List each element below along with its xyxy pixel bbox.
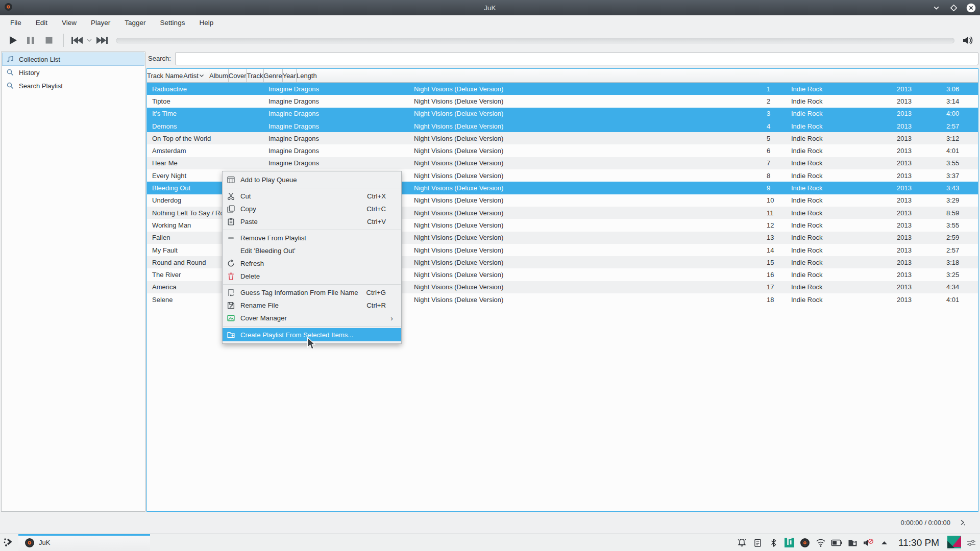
sidebar-item[interactable]: Collection List xyxy=(2,53,144,66)
length-cell: 4:34 xyxy=(942,283,978,291)
sidebar-item-label: Search Playlist xyxy=(19,82,63,90)
minimize-button[interactable] xyxy=(931,3,941,13)
context-menu-item[interactable]: Refresh › xyxy=(223,257,401,270)
sidebar-item[interactable]: Search Playlist xyxy=(2,79,144,92)
context-menu-item[interactable]: Guess Tag Information From File Name › C… xyxy=(223,286,401,299)
context-menu-item[interactable]: Edit 'Bleeding Out' › xyxy=(223,244,401,257)
menu-item-icon xyxy=(227,217,235,226)
context-menu-item[interactable]: Remove From Playlist › xyxy=(223,232,401,244)
column-header[interactable]: Album xyxy=(209,69,229,82)
track-number-cell: 9 xyxy=(763,184,787,192)
playlist-icon xyxy=(6,68,14,77)
album-cell: Night Visions (Deluxe Version) xyxy=(409,296,740,304)
track-row[interactable]: Hear Me Imagine Dragons Night Visions (D… xyxy=(147,157,978,169)
playlist-sidebar: Collection List History Search Playlist xyxy=(1,52,145,512)
sidebar-item[interactable]: History xyxy=(2,66,144,79)
year-cell: 2013 xyxy=(893,246,942,254)
taskbar-task-juk[interactable]: JuK xyxy=(18,534,150,551)
menubar-item[interactable]: Settings xyxy=(153,15,192,30)
stop-button[interactable] xyxy=(40,32,58,49)
track-row[interactable]: Amsterdam Imagine Dragons Night Visions … xyxy=(147,144,978,157)
column-header[interactable]: Track xyxy=(247,69,263,82)
notifications-bell-icon[interactable] xyxy=(736,537,747,549)
manjaro-icon[interactable] xyxy=(783,537,795,549)
menu-item-icon xyxy=(227,192,235,201)
column-header[interactable]: Year xyxy=(283,69,297,82)
context-menu-item[interactable]: Cover Manager › xyxy=(223,312,401,324)
column-header[interactable]: Length xyxy=(297,69,317,82)
menu-item-icon xyxy=(227,288,235,297)
track-number-cell: 10 xyxy=(763,196,787,204)
menubar-item[interactable]: View xyxy=(55,15,84,30)
context-menu-item[interactable]: Add to Play Queue › xyxy=(223,173,401,186)
search-input[interactable] xyxy=(175,52,978,65)
vault-icon[interactable] xyxy=(847,537,858,549)
toolbar xyxy=(0,30,980,51)
statusbar-expand-chevron-icon[interactable] xyxy=(959,519,966,526)
menubar-item[interactable]: Help xyxy=(192,15,220,30)
year-cell: 2013 xyxy=(893,159,942,167)
close-button[interactable] xyxy=(966,3,976,13)
menubar-item[interactable]: File xyxy=(3,15,29,30)
maximize-button[interactable] xyxy=(948,3,959,13)
volume-muted-icon[interactable] xyxy=(863,537,874,549)
context-menu-item[interactable]: › xyxy=(223,326,401,327)
context-menu-item[interactable]: Rename File › Ctrl+R xyxy=(223,299,401,312)
mouse-cursor xyxy=(305,337,316,350)
menu-item-shortcut: Ctrl+R xyxy=(366,302,386,309)
clock[interactable]: 11:30 PM xyxy=(898,537,939,548)
track-row[interactable]: Radioactive Imagine Dragons Night Vision… xyxy=(147,83,978,95)
track-row[interactable]: On Top of the World Imagine Dragons Nigh… xyxy=(147,132,978,144)
previous-dropdown-chevron-icon[interactable] xyxy=(85,32,93,49)
track-row[interactable]: Demons Imagine Dragons Night Visions (De… xyxy=(147,120,978,132)
column-header[interactable]: Cover xyxy=(229,69,247,82)
column-header[interactable]: Track Name xyxy=(147,69,183,82)
previous-track-button[interactable] xyxy=(69,32,85,49)
context-menu-item[interactable]: › xyxy=(223,284,401,285)
genre-cell: Indie Rock xyxy=(787,209,893,217)
volume-icon[interactable] xyxy=(961,32,975,49)
juk-tray-record-icon[interactable] xyxy=(799,537,811,549)
context-menu-item[interactable]: Copy › Ctrl+C xyxy=(223,203,401,215)
taskbar: JuK xyxy=(0,534,980,551)
system-tray: 11:30 PM xyxy=(736,537,980,549)
context-menu-item[interactable]: Paste › Ctrl+V xyxy=(223,215,401,228)
menubar-item[interactable]: Player xyxy=(84,15,117,30)
pause-button[interactable] xyxy=(21,32,40,49)
app-launcher-icon[interactable] xyxy=(0,534,17,551)
context-menu-item[interactable]: Cut › Ctrl+X xyxy=(223,190,401,203)
wifi-icon[interactable] xyxy=(815,537,826,549)
clipboard-icon[interactable] xyxy=(752,537,763,549)
track-number-cell: 5 xyxy=(763,135,787,142)
table-header: Track Name Artist Album Cover Tr xyxy=(147,69,978,83)
column-header[interactable]: Artist xyxy=(183,69,209,82)
year-cell: 2013 xyxy=(893,271,942,279)
titlebar[interactable]: JuK xyxy=(0,0,980,15)
tray-expand-chevron-up-icon[interactable] xyxy=(878,537,890,549)
track-row[interactable]: It's Time Imagine Dragons Night Visions … xyxy=(147,108,978,120)
year-cell: 2013 xyxy=(893,209,942,217)
track-number-cell: 4 xyxy=(763,122,787,130)
genre-cell: Indie Rock xyxy=(787,85,893,93)
year-cell: 2013 xyxy=(893,122,942,130)
column-header[interactable]: Genre xyxy=(264,69,283,82)
play-button[interactable] xyxy=(4,32,21,49)
context-menu-item[interactable]: › xyxy=(223,188,401,188)
next-track-button[interactable] xyxy=(93,32,111,49)
menubar-item[interactable]: Tagger xyxy=(117,15,153,30)
display-colors-icon[interactable] xyxy=(947,537,961,549)
sliders-icon[interactable] xyxy=(966,537,977,549)
bluetooth-icon[interactable] xyxy=(768,537,779,549)
menubar-item[interactable]: Edit xyxy=(29,15,55,30)
track-name-cell: Radioactive xyxy=(147,85,264,93)
track-number-cell: 14 xyxy=(763,246,787,254)
context-menu-item[interactable]: › xyxy=(223,230,401,230)
context-menu-item[interactable]: Delete › xyxy=(223,270,401,283)
menu-item-shortcut: Ctrl+C xyxy=(366,205,386,213)
track-row[interactable]: Tiptoe Imagine Dragons Night Visions (De… xyxy=(147,95,978,107)
seek-slider[interactable] xyxy=(116,38,954,43)
album-cell: Night Visions (Deluxe Version) xyxy=(409,110,740,117)
album-cell: Night Visions (Deluxe Version) xyxy=(409,271,740,279)
battery-icon[interactable] xyxy=(831,537,842,549)
genre-cell: Indie Rock xyxy=(787,110,893,117)
